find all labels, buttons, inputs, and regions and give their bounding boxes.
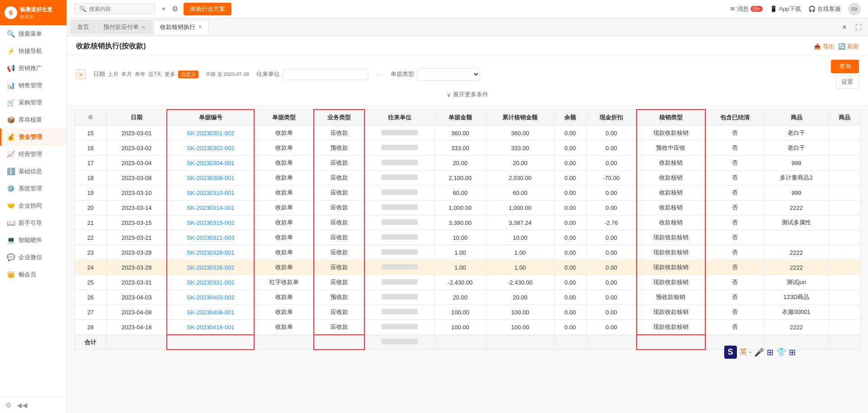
tab-close-1[interactable]: ✕ [142, 24, 146, 30]
tab-2[interactable]: 收款核销执行✕ [153, 20, 209, 34]
date-7days[interactable]: 近7天 [148, 71, 162, 78]
cell-2-6: 20.00 [434, 156, 486, 171]
doc-link[interactable]: SK-20230331-002 [187, 279, 235, 286]
sidebar-item-0[interactable]: 🔍搜索菜单 [0, 25, 66, 43]
cell-4-4: 应收款 [314, 185, 364, 200]
doc-link[interactable]: SK-20230408-001 [187, 309, 235, 316]
cell-10-11: 否 [705, 275, 764, 290]
refresh-button[interactable]: 🔄 刷新 [838, 43, 859, 51]
cell-10-2: SK-20230331-002 [167, 275, 254, 290]
topbar-gear-icon[interactable]: ⚙ [172, 5, 178, 13]
sidebar-item-6[interactable]: 💰资金管理 [0, 128, 66, 146]
doc-link[interactable]: SK-20230301-002 [187, 130, 235, 137]
sidebar-item-1[interactable]: ⚡快捷导航 [0, 43, 66, 60]
app-download-action[interactable]: 📱 App下载 [770, 5, 801, 13]
date-prev-month[interactable]: 上月 [108, 71, 118, 78]
sidebar-item-3[interactable]: 📊销售管理 [0, 77, 66, 94]
cell-13-8: 0.00 [554, 320, 586, 335]
sidebar-item-8[interactable]: ℹ️基础信息 [0, 163, 66, 180]
sidebar-item-4[interactable]: 🛒采购管理 [0, 94, 66, 111]
doc-link[interactable]: SK-20230304-001 [187, 160, 235, 166]
doc-link[interactable]: SK-20230308-001 [187, 175, 235, 181]
col-settings-icon[interactable]: ⚙ [88, 114, 93, 121]
sidebar-item-9[interactable]: ⚙️系统管理 [0, 180, 66, 197]
filter-row: » 日期 上月 本月 本年 近7天 更多 自定义 不限 至 2023-07-26 [76, 60, 859, 89]
tab-0[interactable]: 首页 [71, 20, 96, 34]
date-this-month[interactable]: 本月 [121, 71, 132, 78]
sidebar-icon-3: 📊 [7, 81, 15, 90]
date-this-year[interactable]: 本年 [135, 71, 146, 78]
doc-link[interactable]: SK-20230302-002 [187, 145, 235, 152]
date-more[interactable]: 更多 [165, 71, 175, 78]
online-support-action[interactable]: 🎧 在线客服 [808, 5, 841, 13]
sidebar-item-11[interactable]: 📖新手引导 [0, 214, 66, 232]
table-row: 232023-03-28SK-20230328-001收款单应收款1.001.0… [75, 245, 861, 260]
user-avatar[interactable]: Rit [848, 3, 861, 15]
sidebar-item-5[interactable]: 📦库存核算 [0, 111, 66, 128]
cell-6-8: 0.00 [554, 215, 586, 230]
sidebar-item-12[interactable]: 💻智能硬件 [0, 232, 66, 249]
sidebar-item-10[interactable]: 🤝企业协同 [0, 197, 66, 214]
sidebar-item-2[interactable]: 📢营销推广 [0, 60, 66, 77]
sidebar-icon-7: 📈 [7, 150, 15, 158]
filter-settings-button[interactable]: 设置 [835, 75, 859, 89]
sidebar-icon-1: ⚡ [7, 47, 15, 55]
solution-button[interactable]: 体验行业方案 [184, 3, 231, 15]
cell-3-8: 0.00 [554, 171, 586, 185]
cell-6-9: -2.76 [586, 215, 637, 230]
messages-action[interactable]: ✉ 消息 99+ [730, 5, 763, 13]
doctype-select[interactable]: 收款单 红字收款单 [417, 68, 480, 81]
logo-icon: 6 [5, 6, 17, 19]
tab-close-all[interactable]: ✕ [839, 23, 850, 32]
cell-9-8: 0.00 [554, 260, 586, 275]
partner-input[interactable] [283, 69, 368, 80]
doc-link[interactable]: SK-20230310-001 [187, 190, 235, 196]
cell-10-12: 测试jun [764, 275, 828, 290]
tab-close-2[interactable]: ✕ [198, 24, 202, 30]
cell-9-12: 2222 [764, 260, 828, 275]
collapse-icon[interactable]: ◀◀ [17, 401, 28, 409]
cell-4-13 [828, 185, 860, 200]
sidebar-label-1: 快捷导航 [19, 47, 42, 55]
doc-link[interactable]: SK-20230328-002 [187, 264, 235, 271]
doc-link[interactable]: SK-20230418-001 [187, 324, 235, 331]
headset-icon: 🎧 [808, 5, 816, 12]
export-button[interactable]: 📤 导出 [814, 43, 835, 51]
doc-link[interactable]: SK-20230403-002 [187, 294, 235, 301]
cell-12-5 [364, 305, 434, 320]
cell-1-4: 预收款 [314, 141, 364, 156]
doc-link[interactable]: SK-20230314-001 [187, 204, 235, 211]
search-input[interactable] [89, 6, 143, 12]
tab-label-1: 预付款应付单 [104, 23, 139, 31]
sidebar-item-7[interactable]: 📈经营管理 [0, 146, 66, 163]
page-actions: 📤 导出 🔄 刷新 [814, 43, 859, 51]
cell-2-9: 0.00 [586, 156, 637, 171]
doc-link[interactable]: SK-20230315-002 [187, 219, 235, 226]
cell-14-2 [167, 335, 254, 350]
tab-expand[interactable]: ⛶ [853, 23, 864, 32]
sidebar-label-14: 畅会员 [19, 271, 36, 279]
cell-3-6: 2,100.00 [434, 171, 486, 185]
cell-4-6: 60.00 [434, 185, 486, 200]
sidebar-item-13[interactable]: 💬企业微信 [0, 249, 66, 266]
sidebar-item-14[interactable]: 👑畅会员 [0, 266, 66, 283]
expand-more-row[interactable]: ∨ 展开更多条件 [76, 89, 859, 100]
tab-1[interactable]: 预付款应付单✕ [97, 20, 152, 34]
cell-12-9: 0.00 [586, 305, 637, 320]
cell-4-10: 收款核销 [637, 185, 705, 200]
search-box[interactable]: 🔍 [74, 3, 156, 14]
query-button[interactable]: 查询 [831, 60, 859, 73]
cell-5-0: 20 [75, 200, 107, 215]
cell-9-0: 24 [75, 260, 107, 275]
topbar: 🔍 ▼ ⚙ 体验行业方案 ✉ 消息 99+ 📱 App下载 🎧 在线客服 Rit [67, 0, 868, 18]
cell-9-1: 2023-03-28 [107, 260, 167, 275]
cell-8-8: 0.00 [554, 245, 586, 260]
filter-expand-button[interactable]: » [76, 69, 86, 79]
cell-5-1: 2023-03-14 [107, 200, 167, 215]
cell-1-3: 收款单 [254, 141, 314, 156]
search-chevron-icon[interactable]: ▼ [161, 6, 166, 12]
doc-link[interactable]: SK-20230328-001 [187, 249, 235, 256]
date-custom-btn[interactable]: 自定义 [178, 71, 198, 78]
doc-link[interactable]: SK-20230321-003 [187, 234, 235, 241]
settings-icon[interactable]: ⚙ [5, 401, 11, 409]
